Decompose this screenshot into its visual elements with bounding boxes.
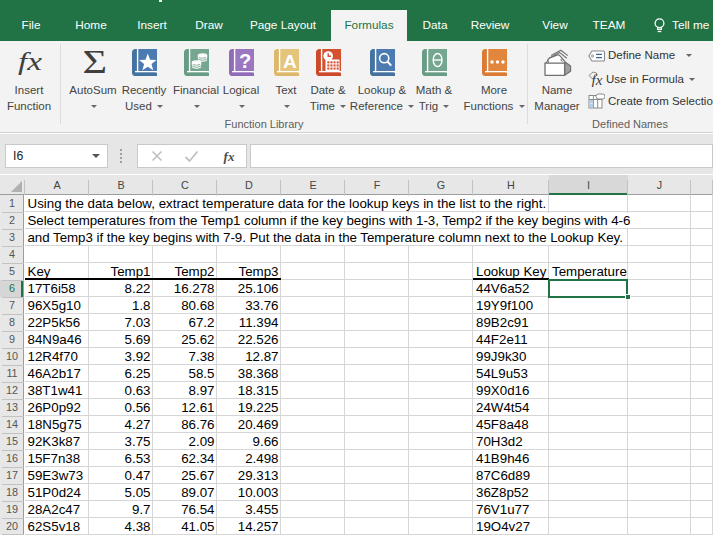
svg-text:fx: fx (592, 72, 603, 87)
svg-text:fx: fx (224, 149, 235, 164)
svg-text:?: ? (239, 50, 251, 72)
svg-text:Σ: Σ (82, 46, 107, 78)
svg-text:fx: fx (18, 47, 43, 76)
svg-text:A: A (283, 51, 297, 72)
